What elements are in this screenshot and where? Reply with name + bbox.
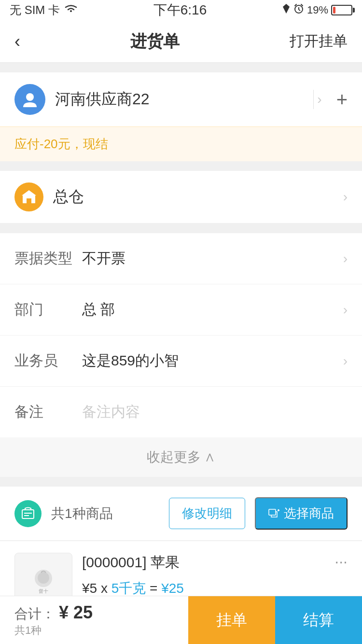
svg-point-14	[38, 572, 49, 584]
product-title: 苹果	[151, 554, 180, 570]
warehouse-card[interactable]: 总仓 ›	[0, 171, 362, 223]
gap-3	[0, 477, 362, 487]
product-name: [0000001] 苹果	[82, 553, 325, 573]
add-button[interactable]: +	[322, 89, 348, 111]
svg-rect-10	[269, 509, 276, 515]
gap-1	[0, 161, 362, 171]
bottom-bar: 合计： ¥ 25 共1种 挂单 结算	[0, 596, 362, 644]
department-label: 部门	[14, 300, 82, 320]
svg-text:督十: 督十	[39, 588, 48, 594]
department-row[interactable]: 部门 总 部 ›	[0, 284, 362, 335]
battery-icon	[331, 5, 352, 15]
remark-placeholder: 备注内容	[82, 402, 348, 422]
battery-percent: 19%	[307, 4, 328, 16]
content: 河南供应商22 › + 应付-20元，现结 总仓 › 票据类型 不开票	[0, 63, 362, 644]
supplier-divider	[313, 90, 314, 109]
battery-fill	[333, 7, 335, 14]
salesman-chevron-icon: ›	[343, 353, 348, 369]
svg-marker-5	[22, 190, 36, 196]
total-count: 共1种	[14, 623, 174, 638]
supplier-name: 河南供应商22	[55, 89, 317, 110]
department-chevron-icon: ›	[343, 302, 348, 318]
product-price: ¥5 x 5千克 = ¥25	[82, 579, 325, 598]
salesman-value: 这是859的小智	[82, 351, 343, 371]
supplier-card: 河南供应商22 › + 应付-20元，现结	[0, 72, 362, 161]
ticket-type-value: 不开票	[82, 249, 343, 268]
hang-button[interactable]: 挂单	[188, 596, 275, 644]
remark-row[interactable]: 备注 备注内容	[0, 386, 362, 437]
status-time: 下午6:16	[153, 1, 207, 19]
total-label: 合计：	[14, 605, 55, 623]
warehouse-chevron-icon: ›	[343, 189, 348, 205]
form-card: 票据类型 不开票 › 部门 总 部 › 业务员 这是859的小智 › 备注 备注…	[0, 233, 362, 437]
location-icon	[282, 3, 291, 17]
collapse-bar[interactable]: 收起更多 ∧	[0, 437, 362, 477]
nav-bar: ‹ 进货单 打开挂单	[0, 20, 362, 63]
back-button[interactable]: ‹	[14, 31, 20, 52]
carrier-text: 无 SIM 卡	[10, 2, 60, 18]
total-section: 合计： ¥ 25 共1种	[0, 596, 188, 644]
total-amount: ¥ 25	[59, 602, 93, 623]
product-total: ¥25	[161, 581, 184, 596]
top-gap	[0, 63, 362, 72]
product-equals: =	[150, 581, 161, 596]
svg-rect-6	[27, 198, 31, 203]
ticket-type-row[interactable]: 票据类型 不开票 ›	[0, 233, 362, 284]
edit-detail-button[interactable]: 修改明细	[169, 498, 245, 529]
select-product-button[interactable]: 选择商品	[255, 497, 348, 530]
warehouse-icon	[14, 182, 43, 211]
settle-button[interactable]: 结算	[275, 596, 362, 644]
wifi-icon	[64, 3, 78, 17]
product-quantity: 5千克	[111, 581, 146, 596]
gap-2	[0, 223, 362, 233]
svg-rect-7	[22, 510, 34, 518]
notice-bar: 应付-20元，现结	[0, 126, 362, 161]
product-info: [0000001] 苹果 ¥5 x 5千克 = ¥25	[82, 553, 325, 598]
product-count-icon	[14, 500, 42, 527]
status-bar: 无 SIM 卡 下午6:16 19%	[0, 0, 362, 20]
select-product-label: 选择商品	[284, 505, 334, 522]
ticket-chevron-icon: ›	[343, 251, 348, 266]
product-more-button[interactable]: ···	[334, 553, 348, 571]
salesman-label: 业务员	[14, 351, 82, 371]
product-unit-price: ¥5 x	[82, 581, 111, 596]
product-code: [0000001]	[82, 554, 151, 570]
page-title: 进货单	[130, 30, 180, 53]
svg-point-3	[26, 93, 34, 101]
supplier-avatar	[14, 84, 45, 115]
product-count-text: 共1种商品	[51, 504, 159, 523]
warehouse-name: 总仓	[53, 186, 343, 208]
salesman-row[interactable]: 业务员 这是859的小智 ›	[0, 335, 362, 386]
alarm-icon	[293, 3, 304, 17]
remark-label: 备注	[14, 402, 82, 422]
status-left: 无 SIM 卡	[10, 2, 78, 18]
status-right: 19%	[282, 3, 352, 17]
supplier-chevron-icon: ›	[317, 92, 321, 107]
department-value: 总 部	[82, 300, 343, 320]
product-header: 共1种商品 修改明细 选择商品	[0, 487, 362, 540]
svg-line-2	[299, 10, 300, 11]
supplier-row[interactable]: 河南供应商22 › +	[0, 72, 362, 126]
open-hang-button[interactable]: 打开挂单	[290, 31, 348, 51]
ticket-type-label: 票据类型	[14, 249, 82, 268]
warehouse-row[interactable]: 总仓 ›	[0, 171, 362, 223]
